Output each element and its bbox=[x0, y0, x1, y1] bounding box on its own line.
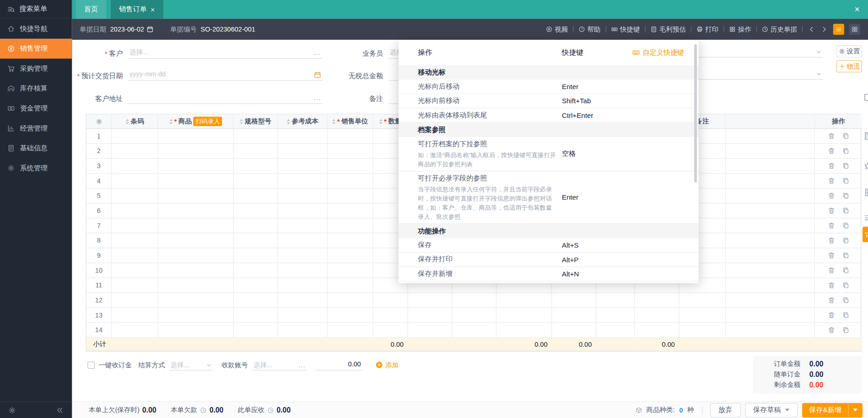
save-and-new-button[interactable]: 保存&新增 bbox=[802, 403, 863, 417]
table-cell[interactable] bbox=[726, 323, 815, 338]
delete-row-icon[interactable] bbox=[827, 177, 835, 185]
table-cell[interactable] bbox=[552, 308, 596, 323]
strip-active-tool[interactable] bbox=[863, 227, 868, 242]
table-cell[interactable] bbox=[635, 293, 679, 308]
table-cell[interactable] bbox=[278, 293, 328, 308]
table-cell[interactable] bbox=[328, 189, 373, 204]
table-cell[interactable] bbox=[452, 323, 497, 338]
sidebar-item-0[interactable]: 快捷导航 bbox=[0, 19, 72, 39]
table-cell[interactable] bbox=[552, 293, 596, 308]
table-cell[interactable] bbox=[726, 308, 815, 323]
customize-shortcuts-link[interactable]: 自定义快捷键 bbox=[632, 48, 684, 58]
table-cell[interactable] bbox=[278, 174, 328, 189]
table-cell[interactable] bbox=[234, 233, 278, 249]
delete-row-icon[interactable] bbox=[827, 222, 835, 229]
table-cell[interactable] bbox=[373, 293, 408, 308]
table-cell[interactable] bbox=[635, 308, 679, 323]
sort-carets-icon[interactable] bbox=[240, 119, 243, 124]
table-cell[interactable] bbox=[278, 233, 328, 249]
table-cell[interactable] bbox=[112, 144, 158, 159]
table-cell[interactable] bbox=[726, 159, 815, 174]
save-draft-button[interactable]: 保存草稿 bbox=[745, 403, 797, 417]
customer-picker-ellipsis[interactable]: ... bbox=[314, 49, 321, 56]
column-header-规格型号[interactable]: 规格型号 bbox=[234, 115, 278, 129]
logistics-button[interactable]: 物流 bbox=[836, 60, 862, 73]
table-cell[interactable] bbox=[328, 233, 373, 249]
table-cell[interactable] bbox=[278, 278, 328, 293]
table-cell[interactable] bbox=[158, 189, 234, 204]
copy-row-icon[interactable] bbox=[842, 222, 849, 229]
docbar-action-6[interactable]: 历史单据 bbox=[762, 25, 797, 34]
table-cell[interactable] bbox=[112, 159, 158, 174]
delete-row-icon[interactable] bbox=[827, 326, 835, 334]
customer-address-input[interactable] bbox=[128, 92, 322, 103]
copy-row-icon[interactable] bbox=[842, 192, 849, 200]
table-cell[interactable] bbox=[496, 293, 552, 308]
table-cell[interactable] bbox=[234, 144, 278, 159]
sort-carets-icon[interactable] bbox=[287, 119, 290, 124]
table-cell[interactable] bbox=[726, 218, 815, 233]
table-cell[interactable] bbox=[278, 129, 328, 144]
table-cell[interactable] bbox=[234, 218, 278, 233]
star-icon[interactable] bbox=[863, 161, 868, 170]
table-cell[interactable] bbox=[158, 263, 234, 278]
table-cell[interactable] bbox=[726, 144, 815, 159]
copy-row-icon[interactable] bbox=[842, 162, 849, 170]
table-cell[interactable] bbox=[452, 308, 497, 323]
table-cell[interactable] bbox=[158, 308, 234, 323]
table-cell[interactable] bbox=[234, 293, 278, 308]
table-cell[interactable] bbox=[328, 278, 373, 293]
docbar-action-4[interactable]: 打印 bbox=[696, 25, 718, 34]
table-cell[interactable] bbox=[408, 308, 452, 323]
docbar-action-1[interactable]: ?帮助 bbox=[579, 25, 600, 34]
list-icon[interactable] bbox=[863, 213, 868, 222]
table-cell[interactable] bbox=[112, 263, 158, 278]
table-cell[interactable] bbox=[328, 129, 373, 144]
copy-row-icon[interactable] bbox=[842, 237, 849, 244]
copy-row-icon[interactable] bbox=[842, 281, 849, 289]
table-cell[interactable] bbox=[278, 323, 328, 338]
table-cell[interactable] bbox=[328, 248, 373, 263]
table-cell[interactable] bbox=[328, 323, 373, 338]
table-cell[interactable] bbox=[158, 159, 234, 174]
sort-carets-icon[interactable] bbox=[169, 119, 173, 124]
sidebar-item-2[interactable]: 采购管理 bbox=[0, 58, 72, 79]
table-cell[interactable] bbox=[112, 218, 158, 233]
delete-row-icon[interactable] bbox=[827, 162, 835, 170]
table-cell[interactable] bbox=[496, 308, 552, 323]
delete-row-icon[interactable] bbox=[827, 237, 835, 244]
table-cell[interactable] bbox=[234, 323, 278, 338]
customer-input[interactable] bbox=[128, 47, 322, 58]
table-cell[interactable] bbox=[679, 308, 726, 323]
calendar-icon[interactable] bbox=[314, 71, 321, 79]
deposit-amount-input[interactable] bbox=[316, 360, 363, 370]
sidebar-item-7[interactable]: 系统管理 bbox=[0, 158, 72, 178]
next-doc-icon[interactable] bbox=[821, 26, 828, 33]
table-cell[interactable] bbox=[158, 218, 234, 233]
table-cell[interactable] bbox=[234, 278, 278, 293]
table-cell[interactable] bbox=[158, 278, 234, 293]
table-cell[interactable] bbox=[278, 159, 328, 174]
table-cell[interactable] bbox=[158, 174, 234, 189]
column-header-商品[interactable]: *商品扫码录入 bbox=[158, 115, 234, 129]
table-cell[interactable] bbox=[158, 233, 234, 249]
table-cell[interactable] bbox=[328, 144, 373, 159]
prev-doc-icon[interactable] bbox=[808, 26, 815, 33]
table-cell[interactable] bbox=[158, 144, 234, 159]
note-icon[interactable] bbox=[863, 188, 868, 197]
table-cell[interactable] bbox=[726, 263, 815, 278]
table-cell[interactable] bbox=[158, 323, 234, 338]
delete-row-icon[interactable] bbox=[827, 207, 835, 215]
table-cell[interactable] bbox=[278, 203, 328, 218]
table-cell[interactable] bbox=[234, 308, 278, 323]
delete-row-icon[interactable] bbox=[827, 252, 835, 259]
table-cell[interactable] bbox=[328, 308, 373, 323]
table-cell[interactable] bbox=[596, 293, 635, 308]
table-cell[interactable] bbox=[726, 129, 815, 144]
column-header-14[interactable] bbox=[726, 115, 815, 129]
table-cell[interactable] bbox=[112, 323, 158, 338]
one-key-deposit-checkbox[interactable] bbox=[88, 361, 95, 369]
column-header-条码[interactable]: 条码 bbox=[112, 115, 158, 129]
table-cell[interactable] bbox=[112, 278, 158, 293]
sort-carets-icon[interactable] bbox=[126, 119, 129, 124]
